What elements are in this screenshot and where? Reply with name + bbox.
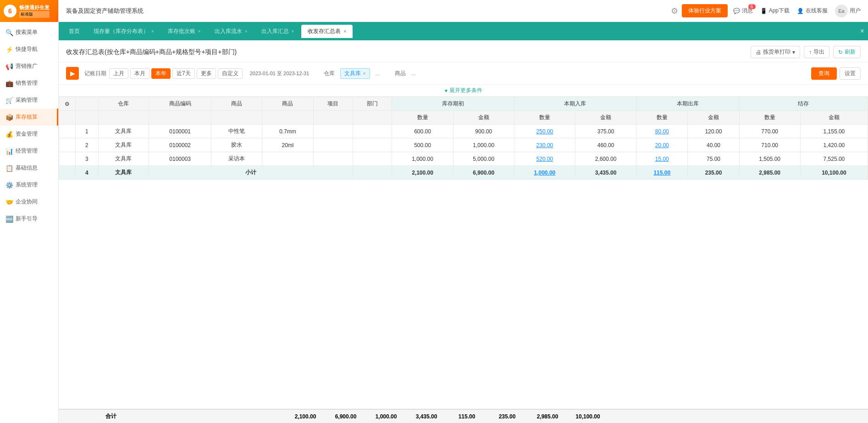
out-qty-link[interactable]: 115.00 bbox=[653, 170, 670, 176]
sidebar-item-10[interactable]: 🤝企业协同 bbox=[0, 193, 58, 210]
sidebar-icon-7: 📊 bbox=[6, 148, 13, 155]
footer-out-qty: 115.00 bbox=[447, 413, 487, 420]
sub-settings bbox=[59, 111, 76, 125]
col-settings[interactable]: ⚙ bbox=[59, 97, 76, 111]
sidebar-label-10: 企业协同 bbox=[16, 198, 38, 206]
cell-spec bbox=[262, 152, 313, 166]
tab-close-3[interactable]: × bbox=[245, 29, 248, 34]
logo-icon: 6 bbox=[4, 5, 17, 17]
date-btn-2[interactable]: 本年 bbox=[151, 68, 171, 79]
filter-bar: ▶ 记账日期 上月本月本年近7天更多自定义 2023-01-01 至 2023-… bbox=[59, 62, 868, 85]
app-download-label: App下载 bbox=[769, 7, 790, 15]
cell-bal-qty: 2,985.00 bbox=[739, 166, 800, 180]
settings-icon[interactable]: ⚙ bbox=[671, 6, 678, 16]
user-label: 用户 bbox=[850, 7, 861, 15]
cell-warehouse: 文具库 bbox=[98, 152, 149, 166]
tab-3[interactable]: 出入库流水× bbox=[208, 25, 254, 38]
cell-dept bbox=[353, 138, 392, 152]
filter-setting-button[interactable]: 设置 bbox=[840, 67, 861, 80]
tab-4[interactable]: 出入库汇总× bbox=[255, 25, 301, 38]
in-qty-link[interactable]: 250.00 bbox=[536, 128, 553, 135]
sub-in-amt: 金额 bbox=[575, 111, 636, 125]
sidebar-item-4[interactable]: 🛒采购管理 bbox=[0, 92, 58, 109]
sidebar-item-3[interactable]: 💼销售管理 bbox=[0, 75, 58, 92]
date-buttons: 上月本月本年近7天更多自定义 bbox=[109, 68, 243, 79]
tab-0[interactable]: 首页 bbox=[62, 25, 86, 38]
page-header: 收发存汇总表(按仓库+商品编码+商品+规格型号+项目+部门) 🖨 拣货单打印 ▾… bbox=[59, 40, 868, 62]
refresh-button[interactable]: ↻ 刷新 bbox=[833, 46, 861, 58]
tab-bar-close-all[interactable]: × bbox=[860, 27, 864, 35]
sidebar-item-1[interactable]: ⚡快捷导航 bbox=[0, 41, 58, 58]
cell-code: 0100003 bbox=[149, 152, 211, 166]
print-icon: 🖨 bbox=[756, 49, 761, 55]
tab-close-4[interactable]: × bbox=[292, 29, 294, 34]
cell-code: 0100001 bbox=[149, 125, 211, 138]
cell-name: 中性笔 bbox=[211, 125, 262, 138]
expand-conditions-bar[interactable]: ▾ 展开更多条件 bbox=[59, 85, 868, 97]
out-qty-link[interactable]: 15.00 bbox=[655, 156, 669, 162]
user-item[interactable]: Ea 用户 bbox=[835, 5, 861, 17]
sidebar-item-9[interactable]: ⚙️系统管理 bbox=[0, 176, 58, 193]
tab-1[interactable]: 现存量（库存分布表）× bbox=[87, 25, 160, 38]
sub-open-qty: 数量 bbox=[392, 111, 453, 125]
page-actions: 🖨 拣货单打印 ▾ ↑ 导出 ↻ 刷新 bbox=[751, 46, 861, 58]
warehouse-tag[interactable]: 文具库 × bbox=[340, 68, 370, 79]
tab-close-1[interactable]: × bbox=[151, 29, 154, 34]
date-btn-3[interactable]: 近7天 bbox=[172, 68, 195, 79]
message-badge: 6 bbox=[748, 4, 756, 9]
expand-label: 展开更多条件 bbox=[449, 87, 482, 94]
sub-bal-qty: 数量 bbox=[739, 111, 800, 125]
group-in-header: 本期入库 bbox=[514, 97, 636, 111]
goods-more[interactable]: ... bbox=[411, 70, 416, 77]
phone-icon: 📱 bbox=[760, 8, 767, 14]
table-row: 4 文具库 小计 2,100.00 6,900.00 1,000.00 3,43… bbox=[59, 166, 868, 180]
print-button[interactable]: 🖨 拣货单打印 ▾ bbox=[751, 46, 800, 58]
tab-5[interactable]: 收发存汇总表× bbox=[301, 25, 353, 38]
in-qty-link[interactable]: 520.00 bbox=[536, 156, 553, 162]
online-service-item[interactable]: 👤 在线客服 bbox=[797, 7, 828, 15]
query-button[interactable]: 查询 bbox=[811, 67, 837, 80]
sidebar-item-5[interactable]: 📦库存核算 bbox=[0, 109, 58, 126]
group-balance-header: 结存 bbox=[739, 97, 868, 111]
date-filter-group: 记账日期 上月本月本年近7天更多自定义 bbox=[84, 68, 243, 79]
in-qty-link[interactable]: 230.00 bbox=[536, 142, 553, 148]
tab-label-2: 库存批次账 bbox=[168, 27, 195, 35]
warehouse-more[interactable]: ... bbox=[376, 70, 380, 77]
tab-2[interactable]: 库存批次账× bbox=[161, 25, 207, 38]
sidebar-item-2[interactable]: 📢营销推广 bbox=[0, 58, 58, 75]
cell-out-qty: 20.00 bbox=[636, 138, 688, 152]
out-qty-link[interactable]: 80.00 bbox=[655, 128, 669, 135]
footer-bal-qty: 2,985.00 bbox=[527, 413, 568, 420]
sidebar-item-7[interactable]: 📊经营管理 bbox=[0, 143, 58, 159]
avatar: Ea bbox=[835, 5, 848, 17]
sidebar-item-0[interactable]: 🔍搜索菜单 bbox=[0, 24, 58, 41]
date-btn-0[interactable]: 上月 bbox=[109, 68, 128, 79]
export-button[interactable]: ↑ 导出 bbox=[804, 46, 829, 58]
tab-close-5[interactable]: × bbox=[343, 29, 346, 34]
cell-in-qty: 1,000.00 bbox=[514, 166, 575, 180]
date-btn-1[interactable]: 本月 bbox=[130, 68, 149, 79]
sidebar-label-11: 新手引导 bbox=[16, 215, 38, 223]
out-qty-link[interactable]: 20.00 bbox=[655, 142, 669, 148]
main-table: ⚙ 仓库 商品编码 商品 商品 项目 部门 库存期初 本期入库 本期出库 结存 bbox=[59, 97, 868, 180]
sidebar-label-4: 采购管理 bbox=[16, 96, 38, 104]
tab-bar: 首页现存量（库存分布表）×库存批次账×出入库流水×出入库汇总×收发存汇总表×× bbox=[59, 22, 868, 40]
sidebar-item-8[interactable]: 📋基础信息 bbox=[0, 159, 58, 176]
trial-button[interactable]: 体验行业方案 bbox=[682, 4, 728, 17]
cell-in-amt: 375.00 bbox=[575, 125, 636, 138]
date-btn-4[interactable]: 更多 bbox=[197, 68, 216, 79]
sidebar-item-11[interactable]: 🆕新手引导 bbox=[0, 210, 58, 227]
table-wrap: ⚙ 仓库 商品编码 商品 商品 项目 部门 库存期初 本期入库 本期出库 结存 bbox=[59, 97, 868, 409]
tab-close-2[interactable]: × bbox=[198, 29, 201, 34]
cell-no: 1 bbox=[76, 125, 99, 138]
date-btn-5[interactable]: 自定义 bbox=[218, 68, 243, 79]
app-download-item[interactable]: 📱 App下载 bbox=[760, 7, 790, 15]
sidebar-item-6[interactable]: 💰资金管理 bbox=[0, 126, 58, 143]
message-item[interactable]: 💬 消息 6 bbox=[733, 7, 753, 15]
sidebar-label-5: 库存核算 bbox=[16, 113, 38, 121]
warehouse-tag-close[interactable]: × bbox=[363, 71, 365, 76]
in-qty-link[interactable]: 1,000.00 bbox=[534, 170, 556, 176]
sidebar-logo: 6 畅捷通好生意 标准版 bbox=[0, 0, 58, 22]
filter-expand-button[interactable]: ▶ bbox=[66, 67, 79, 80]
sidebar-label-8: 基础信息 bbox=[16, 164, 38, 172]
